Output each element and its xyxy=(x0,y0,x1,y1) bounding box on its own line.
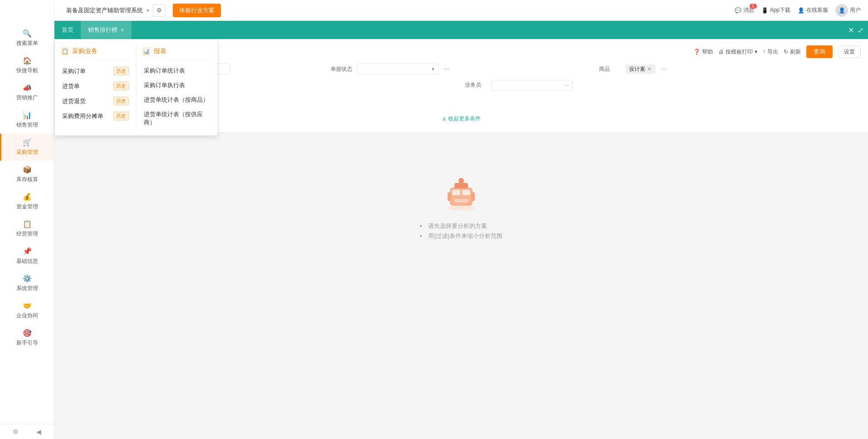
goods-return-label: 进货退货 xyxy=(62,97,86,105)
service-icon: 👤 xyxy=(798,7,805,14)
status-dots[interactable]: ··· xyxy=(442,65,452,73)
online-service-button[interactable]: 👤 在线客服 xyxy=(798,6,828,14)
gear-button[interactable]: ⚙ xyxy=(153,4,166,17)
report-col: 📊 报表 采购订单统计表 采购订单执行表 进货单统计表（按商品） 进货单统计表（… xyxy=(137,45,218,130)
sidebar-item-marketing[interactable]: 📣 营销推广 xyxy=(0,79,54,106)
svg-rect-6 xyxy=(471,192,475,201)
message-button[interactable]: 💬 5 消息 xyxy=(735,6,754,14)
system-icon: ⚙️ xyxy=(23,274,32,283)
sidebar-item-system[interactable]: ⚙️ 系统管理 xyxy=(0,270,54,297)
tab-sales-rank-label: 销售排行榜 xyxy=(88,26,117,34)
query-button[interactable]: 查询 xyxy=(806,45,833,58)
sidebar-item-inventory[interactable]: 📦 库存核算 xyxy=(0,161,54,188)
purchase-col: 📋 采购业务 采购订单 历史 进货单 历史 进货退货 历史 采购费用分摊单 历史 xyxy=(55,45,137,130)
dropdown-purchase-order-stats[interactable]: 采购订单统计表 xyxy=(142,64,212,78)
print-button[interactable]: 🖨 按模板打印 ▾ xyxy=(718,48,757,56)
purchase-order-history: 历史 xyxy=(113,67,129,75)
tab-actions: ✕ ⤢ xyxy=(848,26,868,35)
print-icon: 🖨 xyxy=(718,49,724,55)
purchase-section-label: 采购业务 xyxy=(72,47,98,55)
enterprise-icon: 🤝 xyxy=(23,301,32,310)
tab-sales-rank[interactable]: 销售排行榜 ✕ xyxy=(81,21,132,39)
help-label: 帮助 xyxy=(702,48,713,56)
sidebar: 🔍 搜索菜单 🏠 快捷导航 📣 营销推广 📊 销售管理 🛒 采购管理 📦 库存核… xyxy=(0,0,54,439)
tab-close-window-button[interactable]: ✕ xyxy=(848,26,854,35)
goods-tag-close[interactable]: ✕ xyxy=(647,66,652,72)
sidebar-item-guide[interactable]: 🎯 新手引导 xyxy=(0,324,54,351)
user-button[interactable]: 👤 用户 xyxy=(835,4,861,17)
avatar: 👤 xyxy=(835,4,848,17)
salesperson-select[interactable]: ··· xyxy=(491,80,573,91)
sidebar-label-guide: 新手引导 xyxy=(16,339,38,347)
active-indicator xyxy=(0,133,1,161)
svg-rect-3 xyxy=(462,190,470,195)
salesperson-filter-group: 业务员 ··· xyxy=(465,80,861,91)
tab-bar: 首页 销售排行榜 ✕ ✕ ⤢ xyxy=(54,21,868,39)
collapse-sidebar-button[interactable]: ◀ xyxy=(36,428,41,435)
status-select-arrow: ▾ xyxy=(432,66,434,72)
sidebar-item-enterprise[interactable]: 🤝 企业协同 xyxy=(0,297,54,324)
tab-home[interactable]: 首页 xyxy=(54,21,81,39)
system-dropdown-arrow[interactable]: ▾ xyxy=(146,7,149,14)
dropdown-purchase-order[interactable]: 采购订单 历史 xyxy=(60,64,131,79)
refresh-button[interactable]: ↻ 刷新 xyxy=(784,48,801,56)
goods-filter-group: 商品 设计素 ✕ ··· xyxy=(599,64,861,74)
sales-icon: 📊 xyxy=(23,111,32,119)
dropdown-purchase-expense[interactable]: 采购费用分摊单 历史 xyxy=(60,109,131,123)
empty-tips: 请先选择要分析的方案 用[过滤]条件来缩小分析范围 xyxy=(420,220,502,242)
goods-stats-product-label: 进货单统计表（按商品） xyxy=(144,96,209,104)
purchase-icon: 🛒 xyxy=(23,138,32,147)
collapse-arrow-icon: ∧ xyxy=(442,116,446,122)
dropdown-goods-return[interactable]: 进货退货 历史 xyxy=(60,94,131,109)
sidebar-bottom: ⚙ ◀ xyxy=(0,424,54,439)
sidebar-item-finance[interactable]: 💰 资金管理 xyxy=(0,188,54,215)
svg-point-8 xyxy=(458,178,464,183)
status-label: 单据状态 xyxy=(331,65,353,73)
purchase-section-icon: 📋 xyxy=(60,47,69,56)
goods-dots[interactable]: ··· xyxy=(659,65,668,73)
empty-svg xyxy=(439,169,484,215)
collapse-label: 收起更多条件 xyxy=(448,115,481,123)
sidebar-label-enterprise: 企业协同 xyxy=(16,312,38,320)
app-download-button[interactable]: 📱 App下载 xyxy=(761,6,790,14)
sidebar-item-sales[interactable]: 📊 销售管理 xyxy=(0,106,54,133)
user-label: 用户 xyxy=(850,6,861,14)
empty-tip-1: 请先选择要分析的方案 xyxy=(420,222,502,230)
status-select[interactable]: ▾ xyxy=(357,64,439,74)
sidebar-item-search[interactable]: 🔍 搜索菜单 xyxy=(0,25,54,52)
purchase-expense-history: 历史 xyxy=(113,112,129,120)
purchase-dropdown: 📋 采购业务 采购订单 历史 进货单 历史 进货退货 历史 采购费用分摊单 历史 xyxy=(54,39,218,136)
tab-maximize-button[interactable]: ⤢ xyxy=(858,26,863,35)
dropdown-purchase-order-exec[interactable]: 采购订单执行表 xyxy=(142,78,212,93)
svg-rect-5 xyxy=(448,192,451,201)
message-icon: 💬 xyxy=(735,7,741,14)
dropdown-goods-stats-supplier[interactable]: 进货单统计表（按供应商） xyxy=(142,107,212,130)
settings-bottom-button[interactable]: ⚙ xyxy=(13,428,19,435)
header-right: 💬 5 消息 📱 App下载 👤 在线客服 👤 用户 xyxy=(735,4,861,17)
salesperson-label: 业务员 xyxy=(465,81,488,89)
dropdown-goods-receipt[interactable]: 进货单 历史 xyxy=(60,79,131,94)
sidebar-item-nav[interactable]: 🏠 快捷导航 xyxy=(0,52,54,79)
help-button[interactable]: ❓ 帮助 xyxy=(693,48,713,56)
sidebar-item-basic[interactable]: 📌 基础信息 xyxy=(0,242,54,270)
goods-label: 商品 xyxy=(599,65,622,73)
tab-close-icon[interactable]: ✕ xyxy=(120,27,124,33)
sidebar-item-purchase[interactable]: 🛒 采购管理 xyxy=(0,133,54,161)
print-dropdown-icon: ▾ xyxy=(755,49,757,55)
home-icon: 🏠 xyxy=(23,56,32,65)
goods-receipt-label: 进货单 xyxy=(62,82,80,90)
dropdown-goods-stats-product[interactable]: 进货单统计表（按商品） xyxy=(142,93,212,107)
finance-icon: 💰 xyxy=(23,192,32,201)
settings-query-button[interactable]: 设置 xyxy=(838,46,861,58)
export-button[interactable]: ↑ 导出 xyxy=(763,48,778,56)
operation-icon: 📋 xyxy=(23,220,32,228)
sidebar-label-basic: 基础信息 xyxy=(16,257,38,265)
industry-button[interactable]: 体验行业方案 xyxy=(173,4,221,17)
salesperson-arrow: ··· xyxy=(564,82,569,89)
goods-tag-text: 设计素 xyxy=(629,65,645,73)
basic-icon: 📌 xyxy=(23,247,32,256)
sidebar-item-operation[interactable]: 📋 经营管理 xyxy=(0,215,54,242)
system-title-text: 装备及固定资产辅助管理系统 xyxy=(66,6,143,15)
empty-tip-2: 用[过滤]条件来缩小分析范围 xyxy=(420,232,502,240)
inventory-icon: 📦 xyxy=(23,165,32,174)
